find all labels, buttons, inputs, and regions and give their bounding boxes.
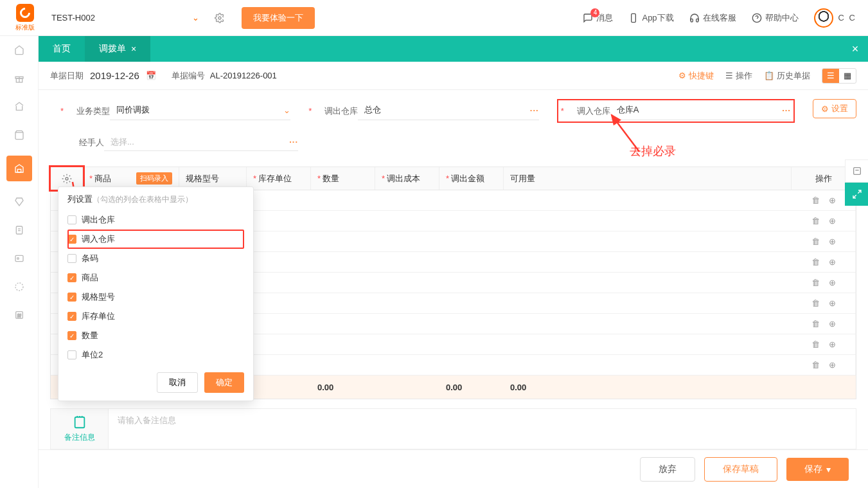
- online-cs-link[interactable]: 在线客服: [689, 12, 736, 24]
- th-amt[interactable]: *调出金额: [439, 167, 504, 190]
- add-icon[interactable]: ⊕: [829, 195, 836, 205]
- add-icon[interactable]: ⊕: [829, 339, 836, 349]
- date-value[interactable]: 2019-12-26: [90, 70, 139, 81]
- shortcut-link[interactable]: ⚙快捷键: [678, 70, 714, 82]
- delete-icon[interactable]: 🗑: [811, 257, 820, 267]
- out-warehouse-field[interactable]: *调出仓库 总仓···: [308, 99, 538, 123]
- handler-input[interactable]: [111, 137, 289, 147]
- checkbox[interactable]: ✓: [67, 293, 76, 302]
- tab-home[interactable]: 首页: [39, 36, 85, 62]
- more-icon: ···: [289, 137, 298, 147]
- svg-text:新: 新: [17, 313, 21, 318]
- column-option[interactable]: ✓商品: [67, 268, 244, 287]
- th-avail[interactable]: 可用量: [504, 167, 792, 190]
- remarks-section: 备注信息: [50, 408, 856, 449]
- add-icon[interactable]: ⊕: [829, 257, 836, 267]
- sidebar-bag-icon[interactable]: [12, 127, 27, 143]
- sidebar-new-icon[interactable]: 新: [12, 307, 27, 323]
- sidebar-house-icon[interactable]: [12, 99, 27, 114]
- avatar[interactable]: [814, 8, 833, 28]
- trial-button[interactable]: 我要体验一下: [242, 7, 315, 29]
- scan-tag[interactable]: 扫码录入: [136, 172, 172, 185]
- popover-title: 列设置（勾选的列会在表格中显示）: [58, 187, 253, 210]
- ok-button[interactable]: 确定: [204, 372, 244, 393]
- sidebar-dashed-icon[interactable]: [12, 279, 27, 294]
- delete-icon[interactable]: 🗑: [811, 360, 820, 370]
- close-all-icon[interactable]: ×: [842, 36, 868, 62]
- company-selector[interactable]: TEST-H002 ⌄: [45, 8, 206, 28]
- add-icon[interactable]: ⊕: [829, 216, 836, 226]
- checkbox[interactable]: ✓: [67, 235, 76, 244]
- history-link[interactable]: 📋历史单据: [764, 70, 810, 82]
- delete-icon[interactable]: 🗑: [811, 339, 820, 349]
- tab-transfer[interactable]: 调拨单×: [85, 36, 150, 62]
- sidebar-clipboard-icon[interactable]: [12, 222, 27, 238]
- column-option[interactable]: ✓规格型号: [67, 287, 244, 307]
- checkbox[interactable]: ✓: [67, 312, 76, 321]
- column-option[interactable]: 调出仓库: [67, 210, 244, 230]
- checkbox[interactable]: [67, 350, 76, 359]
- float-expand-icon[interactable]: [845, 183, 868, 206]
- delete-icon[interactable]: 🗑: [811, 216, 820, 226]
- in-warehouse-field[interactable]: *调入仓库 仓库A···: [557, 99, 795, 123]
- sidebar-warehouse-icon[interactable]: [6, 156, 32, 181]
- app-download-link[interactable]: App下载: [628, 12, 673, 24]
- company-name: TEST-H002: [51, 13, 95, 23]
- delete-icon[interactable]: 🗑: [811, 298, 820, 308]
- checkbox[interactable]: [67, 215, 76, 224]
- add-icon[interactable]: ⊕: [829, 237, 836, 246]
- view-toggle: ☰ ▦: [822, 68, 856, 84]
- column-option[interactable]: ✓调入仓库: [67, 230, 244, 249]
- remarks-input[interactable]: [118, 415, 847, 425]
- column-option[interactable]: 单位2: [67, 345, 244, 365]
- sidebar-contact-icon[interactable]: [12, 251, 27, 266]
- delete-icon[interactable]: 🗑: [811, 278, 820, 287]
- logo-icon: [16, 4, 34, 22]
- handler-field[interactable]: 经手人 ···: [60, 134, 298, 151]
- add-icon[interactable]: ⊕: [829, 278, 836, 287]
- add-icon[interactable]: ⊕: [829, 360, 836, 370]
- checkbox[interactable]: ✓: [67, 273, 76, 282]
- more-icon: ···: [530, 105, 539, 115]
- th-cost[interactable]: *调出成本: [375, 167, 439, 190]
- delete-icon[interactable]: 🗑: [811, 319, 820, 329]
- float-note-icon[interactable]: [845, 159, 868, 183]
- add-icon[interactable]: ⊕: [829, 298, 836, 308]
- svg-point-14: [17, 258, 19, 260]
- add-icon[interactable]: ⊕: [829, 319, 836, 329]
- settings-button[interactable]: ⚙设置: [813, 99, 856, 118]
- view-list-icon[interactable]: ☰: [822, 69, 839, 83]
- checkbox[interactable]: [67, 254, 76, 263]
- sidebar-money-icon[interactable]: [12, 194, 27, 210]
- chevron-down-icon: ⌄: [283, 105, 290, 115]
- user-name: C C: [838, 13, 856, 23]
- column-option[interactable]: 条码: [67, 249, 244, 268]
- delete-icon[interactable]: 🗑: [811, 237, 820, 246]
- close-icon[interactable]: ×: [131, 44, 136, 54]
- help-link[interactable]: 帮助中心: [752, 12, 799, 24]
- calendar-icon[interactable]: 📅: [146, 71, 156, 80]
- save-button[interactable]: 保存▾: [786, 458, 849, 481]
- discard-button[interactable]: 放弃: [640, 457, 695, 482]
- th-unit[interactable]: *库存单位: [247, 167, 311, 190]
- messages-link[interactable]: 消息 4: [583, 12, 613, 24]
- settings-icon[interactable]: [211, 9, 229, 27]
- delete-icon[interactable]: 🗑: [811, 195, 820, 205]
- operate-link[interactable]: ☰操作: [725, 70, 752, 82]
- checkbox[interactable]: ✓: [67, 331, 76, 340]
- view-grid-icon[interactable]: ▦: [839, 69, 856, 83]
- sidebar-home-icon[interactable]: [12, 42, 27, 58]
- column-option[interactable]: ✓数量: [67, 326, 244, 345]
- date-label: 单据日期: [50, 70, 84, 82]
- sidebar-gift-icon[interactable]: [12, 71, 27, 86]
- logo[interactable]: 标准版: [12, 4, 39, 32]
- cancel-button[interactable]: 取消: [157, 372, 198, 393]
- svg-rect-9: [17, 169, 21, 172]
- save-draft-button[interactable]: 保存草稿: [704, 457, 777, 482]
- row-ops: 🗑⊕: [792, 211, 856, 231]
- biz-type-field[interactable]: *业务类型 同价调拨⌄: [60, 99, 290, 123]
- messages-badge: 4: [590, 8, 599, 17]
- th-qty[interactable]: *数量: [311, 167, 375, 190]
- logo-label: 标准版: [15, 23, 35, 32]
- column-option[interactable]: ✓库存单位: [67, 307, 244, 326]
